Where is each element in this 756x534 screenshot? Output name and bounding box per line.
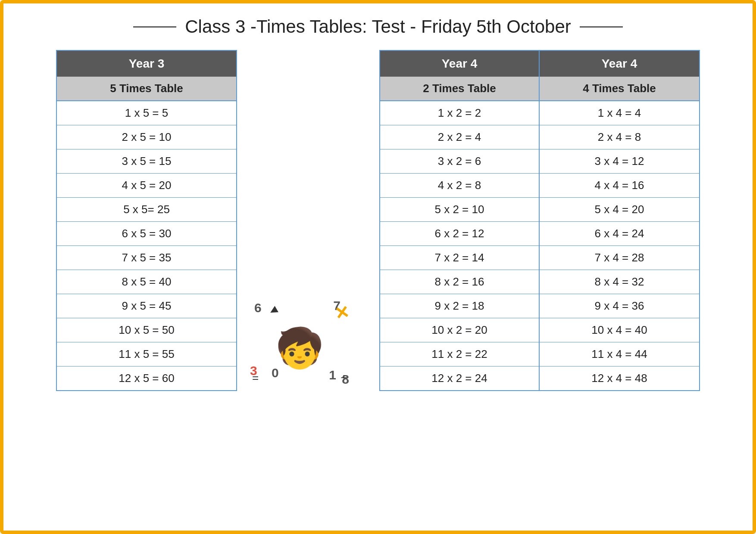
table-row: 9 x 5 = 45 (56, 294, 237, 318)
table-row: 4 x 4 = 16 (540, 174, 699, 198)
right-table-col1: Year 4 2 Times Table 1 x 2 = 22 x 2 = 43… (380, 51, 540, 390)
equation-cell: 1 x 4 = 4 (540, 101, 699, 125)
equation-cell: 1 x 2 = 2 (380, 101, 539, 125)
right-table-col2: Year 4 4 Times Table 1 x 4 = 42 x 4 = 83… (540, 51, 699, 390)
equation-cell: 2 x 5 = 10 (56, 125, 237, 149)
equation-cell: 4 x 4 = 16 (540, 174, 699, 198)
left-year-header: Year 3 (56, 50, 237, 77)
equation-cell: 2 x 2 = 4 (380, 125, 539, 149)
table-row: 10 x 5 = 50 (56, 318, 237, 342)
table-row: 2 x 2 = 4 (380, 125, 539, 149)
equation-cell: 10 x 4 = 40 (540, 318, 699, 342)
right-year-header-col1: Year 4 (380, 51, 539, 77)
equation-cell: 9 x 5 = 45 (56, 294, 237, 318)
float-number-0: 0 (272, 366, 279, 380)
tables-container: Year 3 5 Times Table 1 x 5 = 52 x 5 = 10… (21, 50, 735, 391)
table-row: 3 x 5 = 15 (56, 149, 237, 174)
table-row: 2 x 5 = 10 (56, 125, 237, 149)
equation-cell: 11 x 4 = 44 (540, 342, 699, 366)
equation-cell: 3 x 4 = 12 (540, 149, 699, 174)
table-row: 6 x 2 = 12 (380, 222, 539, 246)
table-row: 12 x 5 = 60 (56, 366, 237, 391)
table-row: 10 x 2 = 20 (380, 318, 539, 342)
equals-deco: = (252, 371, 259, 385)
arrow-deco: ◀ (267, 304, 279, 317)
equation-cell: 9 x 4 = 36 (540, 294, 699, 318)
equation-cell: 7 x 5 = 35 (56, 246, 237, 270)
table-row: 2 x 4 = 8 (540, 125, 699, 149)
table-row: 11 x 4 = 44 (540, 342, 699, 366)
table-row: 8 x 5 = 40 (56, 270, 237, 294)
left-table: Year 3 5 Times Table 1 x 5 = 52 x 5 = 10… (56, 50, 237, 391)
table-row: 1 x 5 = 5 (56, 101, 237, 125)
equation-cell: 12 x 2 = 24 (380, 366, 539, 391)
table-row: 12 x 4 = 48 (540, 366, 699, 391)
table-row: 3 x 2 = 6 (380, 149, 539, 174)
divide-deco: ÷ (341, 371, 347, 385)
left-section: Year 3 5 Times Table 1 x 5 = 52 x 5 = 10… (56, 50, 353, 391)
table-row: 6 x 5 = 30 (56, 222, 237, 246)
kid-emoji: 🧒 (275, 326, 324, 371)
table-row: 1 x 4 = 4 (540, 101, 699, 125)
table-row: 3 x 4 = 12 (540, 149, 699, 174)
table-row: 4 x 5 = 20 (56, 174, 237, 198)
x-symbol: ✕ (333, 301, 350, 323)
equation-cell: 12 x 5 = 60 (56, 366, 237, 391)
table-row: 11 x 2 = 22 (380, 342, 539, 366)
table-row: 4 x 2 = 8 (380, 174, 539, 198)
equation-cell: 2 x 4 = 8 (540, 125, 699, 149)
equation-cell: 8 x 2 = 16 (380, 270, 539, 294)
equation-cell: 7 x 2 = 14 (380, 246, 539, 270)
equation-cell: 6 x 5 = 30 (56, 222, 237, 246)
table-row: 8 x 2 = 16 (380, 270, 539, 294)
equation-cell: 3 x 5 = 15 (56, 149, 237, 174)
equation-cell: 11 x 5 = 55 (56, 342, 237, 366)
table-row: 9 x 2 = 18 (380, 294, 539, 318)
table-row: 1 x 2 = 2 (380, 101, 539, 125)
float-number-1: 1 (329, 368, 336, 382)
table-row: 5 x 2 = 10 (380, 198, 539, 222)
right-table-name-col1: 2 Times Table (380, 77, 539, 101)
right-table-name-col2: 4 Times Table (540, 77, 699, 101)
equation-cell: 9 x 2 = 18 (380, 294, 539, 318)
table-row: 7 x 4 = 28 (540, 246, 699, 270)
equation-cell: 6 x 4 = 24 (540, 222, 699, 246)
equation-cell: 1 x 5 = 5 (56, 101, 237, 125)
table-row: 11 x 5 = 55 (56, 342, 237, 366)
page: Class 3 -Times Tables: Test - Friday 5th… (0, 0, 756, 534)
table-row: 5 x 4 = 20 (540, 198, 699, 222)
table-row: 10 x 4 = 40 (540, 318, 699, 342)
table-row: 8 x 4 = 32 (540, 270, 699, 294)
equation-cell: 5 x 2 = 10 (380, 198, 539, 222)
equation-cell: 4 x 5 = 20 (56, 174, 237, 198)
equation-cell: 7 x 4 = 28 (540, 246, 699, 270)
equation-cell: 10 x 2 = 20 (380, 318, 539, 342)
equation-cell: 8 x 5 = 40 (56, 270, 237, 294)
table-row: 6 x 4 = 24 (540, 222, 699, 246)
float-number-6: 6 (254, 301, 262, 315)
equation-cell: 4 x 2 = 8 (380, 174, 539, 198)
table-row: 7 x 2 = 14 (380, 246, 539, 270)
table-row: 12 x 2 = 24 (380, 366, 539, 391)
right-section: Year 4 2 Times Table 1 x 2 = 22 x 2 = 43… (379, 50, 700, 391)
equation-cell: 8 x 4 = 32 (540, 270, 699, 294)
equation-cell: 10 x 5 = 50 (56, 318, 237, 342)
equation-cell: 3 x 2 = 6 (380, 149, 539, 174)
equation-cell: 11 x 2 = 22 (380, 342, 539, 366)
kid-illustration: 6 7 ✕ ◀ 🧒 3 0 1 8 = ÷ (246, 296, 353, 391)
table-row: 5 x 5= 25 (56, 198, 237, 222)
page-title: Class 3 -Times Tables: Test - Friday 5th… (133, 16, 623, 37)
right-tables-wrapper: Year 4 2 Times Table 1 x 2 = 22 x 2 = 43… (379, 50, 700, 391)
left-table-name: 5 Times Table (56, 77, 237, 101)
left-table-wrapper: Year 3 5 Times Table 1 x 5 = 52 x 5 = 10… (56, 50, 237, 391)
equation-cell: 12 x 4 = 48 (540, 366, 699, 391)
right-year-header-col2: Year 4 (540, 51, 699, 77)
equation-cell: 5 x 4 = 20 (540, 198, 699, 222)
table-row: 7 x 5 = 35 (56, 246, 237, 270)
equation-cell: 5 x 5= 25 (56, 198, 237, 222)
table-row: 9 x 4 = 36 (540, 294, 699, 318)
equation-cell: 6 x 2 = 12 (380, 222, 539, 246)
